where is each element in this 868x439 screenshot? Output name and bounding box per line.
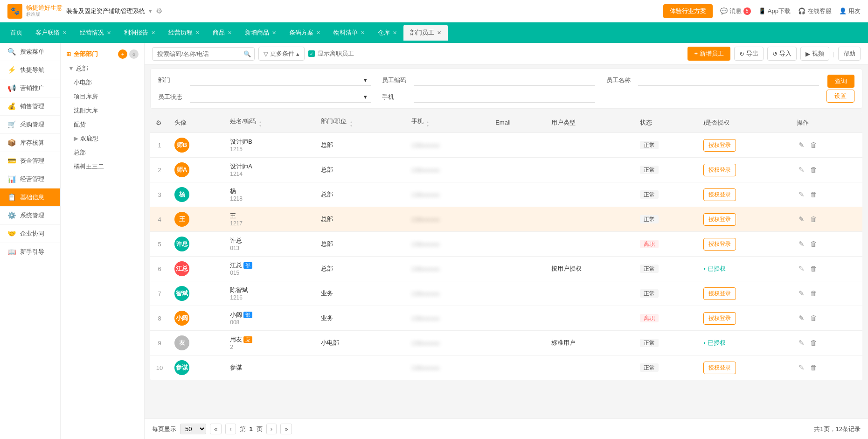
tab-warehouse[interactable]: 仓库 ✕ xyxy=(371,25,403,41)
tab-customer[interactable]: 客户联络 ✕ xyxy=(29,25,73,41)
phone-sort-icon[interactable]: ▴▾ xyxy=(427,120,429,128)
authorize-btn[interactable]: 授权登录 xyxy=(703,287,736,300)
close-icon[interactable]: ✕ xyxy=(228,30,232,36)
dept-node-shenyang[interactable]: 沈阳大库 xyxy=(61,104,144,118)
sidebar-item-finance[interactable]: 💳 资金管理 xyxy=(0,152,60,170)
more-filter-btn[interactable]: ▽ 更多条件 ▴ xyxy=(258,47,305,61)
tab-home[interactable]: 首页 xyxy=(4,25,29,41)
show-inactive-wrap[interactable]: ✓ 显示离职员工 xyxy=(308,49,354,58)
close-icon[interactable]: ✕ xyxy=(316,30,320,36)
search-icon-btn[interactable]: 🔍 xyxy=(243,50,251,57)
sidebar-item-purchase[interactable]: 🛒 采购管理 xyxy=(0,116,60,134)
edit-btn[interactable]: ✎ xyxy=(799,363,805,371)
delete-btn[interactable]: 🗑 xyxy=(810,215,817,223)
authorize-btn[interactable]: 授权登录 xyxy=(703,139,736,152)
sidebar-item-nav[interactable]: ⚡ 快捷导航 xyxy=(0,61,60,79)
edit-btn[interactable]: ✎ xyxy=(799,339,805,347)
edit-btn[interactable]: ✎ xyxy=(799,190,805,198)
authorize-btn[interactable]: 授权登录 xyxy=(703,213,736,226)
help-btn[interactable]: 帮助 xyxy=(838,47,861,61)
delete-btn[interactable]: 🗑 xyxy=(810,265,817,272)
user-btn[interactable]: 👤 用友 xyxy=(839,7,861,15)
delete-btn[interactable]: 🗑 xyxy=(810,190,817,198)
edit-btn[interactable]: ✎ xyxy=(799,289,805,297)
online-service-btn[interactable]: 🎧 在线客服 xyxy=(798,7,832,15)
delete-btn[interactable]: 🗑 xyxy=(810,166,817,174)
dept-node-juzi[interactable]: 橘树王三二 xyxy=(61,160,144,174)
edit-btn[interactable]: ✎ xyxy=(799,215,805,223)
dropdown-icon[interactable]: ▾ xyxy=(149,7,152,14)
settings-icon[interactable]: ⚙ xyxy=(156,7,162,15)
tab-profit[interactable]: 利润报告 ✕ xyxy=(118,25,162,41)
sidebar-item-system[interactable]: ⚙️ 系统管理 xyxy=(0,207,60,225)
authorize-btn[interactable]: 授权登录 xyxy=(703,188,736,201)
sidebar-item-marketing[interactable]: 📢 营销推广 xyxy=(0,79,60,98)
delete-btn[interactable]: 🗑 xyxy=(810,141,817,149)
delete-btn[interactable]: 🗑 xyxy=(810,240,817,248)
sidebar-item-inventory[interactable]: 📦 库存核算 xyxy=(0,134,60,152)
close-icon[interactable]: ✕ xyxy=(437,30,441,36)
tab-barcode[interactable]: 条码方案 ✕ xyxy=(283,25,327,41)
phone-input[interactable] xyxy=(414,91,595,103)
prev-page-btn[interactable]: ‹ xyxy=(225,424,236,434)
export-btn[interactable]: ↻ 导出 xyxy=(734,47,764,61)
tab-goods[interactable]: 商品 ✕ xyxy=(206,25,238,41)
try-btn[interactable]: 体验行业方案 xyxy=(663,4,713,18)
query-btn[interactable]: 查询 xyxy=(827,75,854,88)
collapse-btn[interactable]: « xyxy=(129,49,139,59)
show-inactive-checkbox[interactable]: ✓ xyxy=(308,50,315,57)
dept-sort-icon[interactable]: ▴▾ xyxy=(350,120,352,128)
sidebar-item-basic[interactable]: 📋 基础信息 xyxy=(0,188,60,207)
dept-node-zongbu[interactable]: ▼总部 xyxy=(61,62,144,76)
sidebar-item-business[interactable]: 📊 经营管理 xyxy=(0,170,60,188)
tab-add-goods[interactable]: 新增商品 ✕ xyxy=(238,25,283,41)
edit-btn[interactable]: ✎ xyxy=(799,314,805,322)
next-page-btn[interactable]: › xyxy=(266,424,277,434)
edit-btn[interactable]: ✎ xyxy=(799,265,805,272)
close-icon[interactable]: ✕ xyxy=(272,30,276,36)
close-icon[interactable]: ✕ xyxy=(151,30,155,36)
authorize-btn[interactable]: 授权登录 xyxy=(703,238,736,251)
close-icon[interactable]: ✕ xyxy=(195,30,200,36)
dept-node-shuanglu[interactable]: ▶双鹿想 xyxy=(61,132,144,146)
dept-select[interactable]: ▾ xyxy=(190,75,371,86)
last-page-btn[interactable]: » xyxy=(280,424,292,434)
sidebar-item-sales[interactable]: 💰 销售管理 xyxy=(0,98,60,116)
authorize-btn[interactable]: 授权登录 xyxy=(703,312,736,325)
delete-btn[interactable]: 🗑 xyxy=(810,339,817,347)
emp-name-input[interactable] xyxy=(638,75,819,86)
import-btn[interactable]: ↺ 导入 xyxy=(767,47,797,61)
authorize-btn[interactable]: 授权登录 xyxy=(703,362,736,374)
add-dept-btn[interactable]: + xyxy=(118,49,127,59)
delete-btn[interactable]: 🗑 xyxy=(810,314,817,322)
add-employee-btn[interactable]: + 新增员工 xyxy=(687,47,730,61)
set-btn[interactable]: 设置 xyxy=(826,90,854,103)
dept-node-xiangmu[interactable]: 项目库房 xyxy=(61,90,144,104)
per-page-select[interactable]: 50 100 xyxy=(180,424,206,434)
close-icon[interactable]: ✕ xyxy=(393,30,397,36)
dept-node-peihuo[interactable]: 配货 xyxy=(61,118,144,132)
settings-gear-icon[interactable]: ⚙ xyxy=(156,119,162,126)
close-icon[interactable]: ✕ xyxy=(107,30,111,36)
tab-operation[interactable]: 经营情况 ✕ xyxy=(73,25,118,41)
close-icon[interactable]: ✕ xyxy=(361,30,365,36)
status-select[interactable]: ▾ xyxy=(190,91,371,103)
edit-btn[interactable]: ✎ xyxy=(799,240,805,248)
delete-btn[interactable]: 🗑 xyxy=(810,289,817,297)
authorize-btn[interactable]: 授权登录 xyxy=(703,164,736,176)
message-btn[interactable]: 💬 消息 5 xyxy=(720,7,751,15)
view-btn[interactable]: ▶ 视频 xyxy=(800,47,829,61)
dept-node-zongbu2[interactable]: 总部 xyxy=(61,146,144,160)
tab-dept-employee[interactable]: 部门员工 ✕ xyxy=(403,25,448,41)
delete-btn[interactable]: 🗑 xyxy=(810,363,817,371)
tab-bom[interactable]: 物料清单 ✕ xyxy=(327,25,371,41)
app-download-btn[interactable]: 📱 App下载 xyxy=(758,7,791,15)
search-input[interactable] xyxy=(152,47,255,61)
sidebar-item-search[interactable]: 🔍 搜索菜单 xyxy=(0,43,60,61)
name-sort-icon[interactable]: ▴▾ xyxy=(259,120,261,128)
tab-history[interactable]: 经营历程 ✕ xyxy=(162,25,206,41)
dept-node-xiaodian[interactable]: 小电部 xyxy=(61,76,144,90)
edit-btn[interactable]: ✎ xyxy=(799,166,805,174)
sidebar-item-guide[interactable]: 📖 新手引导 xyxy=(0,243,60,261)
first-page-btn[interactable]: « xyxy=(210,424,222,434)
